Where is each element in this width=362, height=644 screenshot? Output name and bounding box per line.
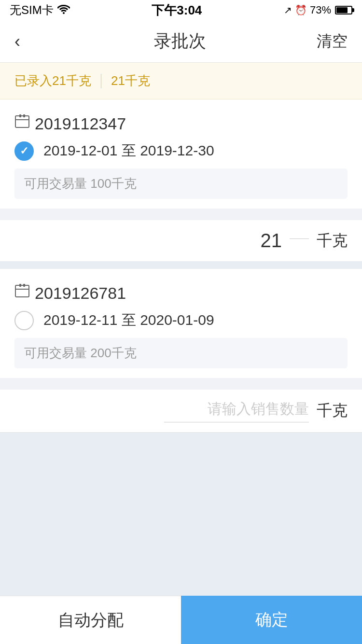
status-bar: 无SIM卡 下午3:04 ↗ ⏰ 73%	[0, 0, 362, 20]
item-1-icon	[14, 114, 30, 133]
info-tag: 已录入21千克	[14, 72, 91, 89]
item-2-radio[interactable]	[14, 311, 34, 330]
alarm-icon: ⏰	[295, 4, 307, 16]
status-time: 下午3:04	[152, 2, 202, 19]
status-right: ↗ ⏰ 73%	[284, 4, 352, 16]
item-1-availability: 可用交易量 100千克	[14, 168, 348, 199]
confirm-button[interactable]: 确定	[181, 596, 362, 644]
item-2-availability: 可用交易量 200千克	[14, 338, 348, 368]
wifi-icon	[57, 3, 70, 17]
quantity-value-1: 21	[261, 230, 282, 252]
item-1-date: 2019-12-01 至 2019-12-30	[43, 141, 214, 161]
carrier-label: 无SIM卡	[10, 2, 54, 18]
page-title: 录批次	[154, 29, 206, 53]
item-2-availability-wrap: 可用交易量 200千克	[14, 338, 348, 378]
item-1-header: 2019112347	[14, 114, 348, 133]
quantity-row-1: 21 千克	[0, 220, 362, 261]
item-1-availability-wrap: 可用交易量 100千克	[14, 168, 348, 209]
svg-rect-5	[19, 284, 21, 287]
quantity-unit-2: 千克	[317, 400, 348, 421]
quantity-spacer	[290, 238, 309, 239]
item-2-date: 2019-12-11 至 2020-01-09	[43, 310, 214, 330]
svg-rect-6	[23, 284, 25, 287]
item-2-icon	[14, 283, 30, 303]
location-icon: ↗	[284, 4, 292, 16]
item-2-header: 2019126781	[14, 283, 348, 303]
input-underline-2: 请输入销售数量	[164, 399, 309, 422]
item-card-2: 2019126781 2019-12-11 至 2020-01-09 可用交易量…	[0, 269, 362, 378]
svg-rect-4	[15, 285, 29, 297]
svg-rect-0	[15, 116, 29, 127]
nav-bar: ‹ 录批次 清空	[0, 20, 362, 63]
separator-1	[0, 261, 362, 269]
clear-button[interactable]: 清空	[317, 31, 348, 52]
info-value: 21千克	[111, 72, 150, 89]
item-card-1: 2019112347 2019-12-01 至 2019-12-30 可用交易量…	[0, 99, 362, 209]
quantity-unit-1: 千克	[317, 230, 348, 252]
item-2-row[interactable]: 2019-12-11 至 2020-01-09	[14, 310, 348, 330]
battery-percent: 73%	[310, 4, 331, 16]
quantity-row-2: 请输入销售数量 千克	[0, 390, 362, 433]
info-banner: 已录入21千克 21千克	[0, 63, 362, 99]
item-1-row[interactable]: 2019-12-01 至 2019-12-30	[14, 141, 348, 161]
status-left: 无SIM卡	[10, 2, 70, 18]
item-1-id: 2019112347	[35, 114, 126, 133]
auto-distribute-button[interactable]: 自动分配	[0, 596, 181, 644]
info-divider	[101, 74, 101, 88]
bottom-bar: 自动分配 确定	[0, 596, 362, 644]
input-line-2	[164, 422, 309, 422]
input-placeholder-2: 请输入销售数量	[208, 399, 309, 422]
item-2-id: 2019126781	[35, 284, 126, 303]
svg-rect-1	[19, 114, 21, 117]
svg-rect-2	[23, 114, 25, 117]
item-1-radio[interactable]	[14, 141, 34, 161]
battery-icon	[335, 6, 352, 14]
back-button[interactable]: ‹	[14, 31, 43, 52]
